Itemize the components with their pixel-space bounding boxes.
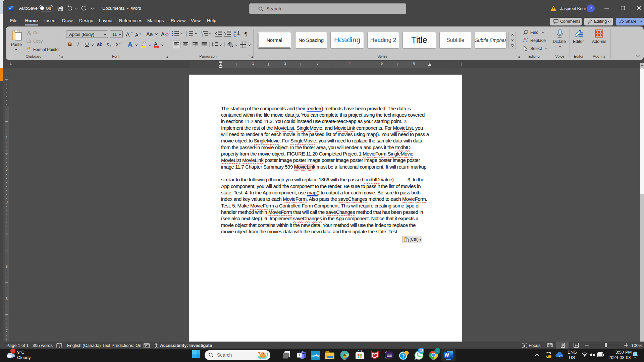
svg-text:W: W — [444, 352, 449, 358]
svg-text:x: x — [107, 41, 109, 47]
svg-text:c: c — [526, 40, 528, 43]
svg-text:i: i — [202, 35, 203, 37]
svg-text:2: 2 — [109, 45, 111, 47]
svg-text:A: A — [135, 32, 139, 38]
svg-text:¶: ¶ — [245, 31, 247, 37]
svg-text:A: A — [126, 32, 130, 38]
svg-text:W: W — [9, 7, 12, 10]
svg-text:2: 2 — [119, 41, 120, 45]
svg-text:T: T — [298, 353, 301, 357]
svg-text:A: A — [128, 41, 132, 48]
svg-text:?: ? — [401, 353, 405, 359]
svg-text:myhp: myhp — [311, 354, 320, 357]
svg-text:A: A — [161, 32, 165, 37]
svg-text:3: 3 — [186, 35, 187, 37]
svg-text:Z: Z — [234, 34, 236, 37]
svg-text:x: x — [116, 42, 118, 47]
svg-text:Aa: Aa — [146, 32, 153, 37]
svg-text:A: A — [154, 41, 158, 47]
